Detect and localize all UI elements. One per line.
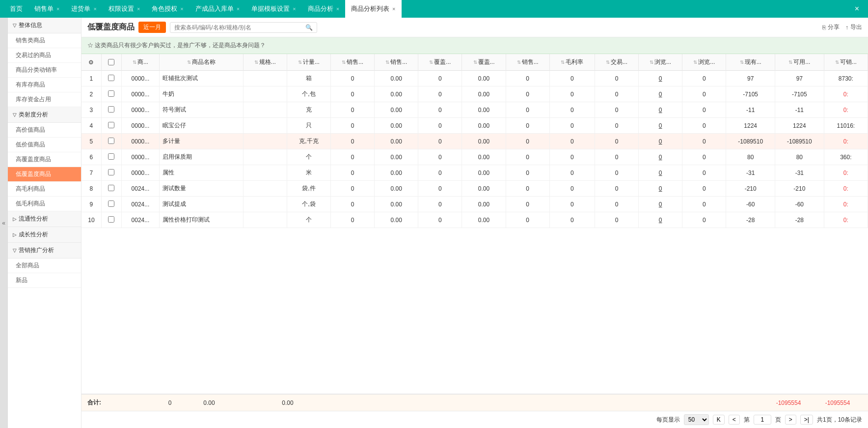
nav-template-settings[interactable]: 单据模板设置 × [245, 0, 301, 18]
sidebar-item-low-value[interactable]: 低价值商品 [8, 138, 81, 152]
th-browse2[interactable]: ⇅浏览... [682, 54, 726, 71]
cell-checkbox[interactable] [101, 102, 121, 118]
close-icon[interactable]: × [56, 6, 59, 12]
cell-checkbox[interactable] [101, 134, 121, 149]
row-checkbox[interactable] [108, 106, 114, 113]
sidebar-section-marketing[interactable]: ▽ 营销推广分析 [8, 243, 81, 258]
first-page-button[interactable]: K [713, 415, 725, 425]
sidebar-item-capital-occupation[interactable]: 库存资金占用 [8, 92, 81, 107]
close-icon[interactable]: × [336, 6, 339, 12]
nav-product-analysis[interactable]: 商品分析 × [302, 0, 345, 18]
cell-browse1[interactable]: 0 [639, 134, 682, 149]
nav-product-analysis-list[interactable]: 商品分析列表 × [345, 0, 401, 18]
th-saleable[interactable]: ⇅可销... [824, 54, 868, 71]
sidebar-item-traded-products[interactable]: 交易过的商品 [8, 48, 81, 63]
nav-purchase[interactable]: 进货单 × [65, 0, 102, 18]
sidebar-toggle-button[interactable]: « [0, 18, 8, 428]
th-cover1[interactable]: ⇅覆盖... [418, 54, 462, 71]
close-icon[interactable]: × [93, 6, 96, 12]
next-page-button[interactable]: > [785, 415, 796, 425]
sidebar-item-high-coverage[interactable]: 高覆盖度商品 [8, 152, 81, 167]
cell-browse1[interactable]: 0 [639, 102, 682, 118]
sidebar-item-new-products[interactable]: 新品 [8, 273, 81, 288]
cell-browse1[interactable]: 0 [639, 197, 682, 212]
close-icon[interactable]: × [237, 6, 240, 12]
row-checkbox[interactable] [108, 90, 114, 97]
th-checkbox[interactable] [101, 54, 121, 71]
cell-checkbox[interactable] [101, 71, 121, 86]
cell-browse1[interactable]: 0 [639, 149, 682, 165]
close-icon-active[interactable]: × [392, 6, 395, 12]
sidebar-section-quality[interactable]: ▽ 类射度分析 [8, 107, 81, 123]
sidebar-item-high-value[interactable]: 高价值商品 [8, 123, 81, 138]
table-wrapper[interactable]: ⚙ ⇅商... ⇅商品名称 ⇅规格... ⇅计量... ⇅销售... ⇅销售..… [81, 54, 868, 394]
th-sales-amt[interactable]: ⇅销售... [375, 54, 418, 71]
row-checkbox[interactable] [108, 138, 114, 144]
cell-checkbox[interactable] [101, 212, 121, 228]
cell-browse1[interactable]: 0 [639, 71, 682, 86]
th-unit[interactable]: ⇅计量... [287, 54, 330, 71]
sidebar-section-overall[interactable]: ▽ 整体信息 [8, 18, 81, 33]
sidebar-section-flow[interactable]: ▷ 流通性分析 [8, 211, 81, 227]
row-checkbox[interactable] [108, 153, 114, 160]
row-checkbox[interactable] [108, 216, 114, 223]
nav-home[interactable]: 首页 [4, 0, 28, 18]
cell-browse1[interactable]: 0 [639, 212, 682, 228]
row-checkbox[interactable] [108, 122, 114, 128]
close-all-button[interactable]: × [850, 4, 864, 13]
th-available-stock[interactable]: ⇅可用... [775, 54, 824, 71]
prev-page-button[interactable]: < [729, 415, 740, 425]
th-code[interactable]: ⇅商... [121, 54, 160, 71]
close-icon[interactable]: × [137, 6, 140, 12]
cell-checkbox[interactable] [101, 149, 121, 165]
share-button[interactable]: ⎘ 分享 [822, 23, 840, 31]
nav-roles[interactable]: 角色授权 × [146, 0, 189, 18]
close-icon[interactable]: × [180, 6, 183, 12]
th-sales-qty[interactable]: ⇅销售... [331, 54, 375, 71]
cell-checkbox[interactable] [101, 118, 121, 134]
cell-checkbox[interactable] [101, 165, 121, 181]
cell-cover1: 0 [418, 197, 462, 212]
th-margin[interactable]: ⇅毛利率 [549, 54, 595, 71]
cell-checkbox[interactable] [101, 86, 121, 102]
select-all-checkbox[interactable] [108, 59, 114, 65]
row-checkbox[interactable] [108, 75, 114, 81]
th-sales3[interactable]: ⇅销售... [506, 54, 549, 71]
row-checkbox[interactable] [108, 200, 114, 207]
sidebar-section-growth[interactable]: ▷ 成长性分析 [8, 227, 81, 243]
cell-browse2: 0 [682, 118, 726, 134]
sidebar-item-high-margin[interactable]: 高毛利商品 [8, 182, 81, 197]
row-checkbox[interactable] [108, 169, 114, 175]
sidebar-item-low-margin[interactable]: 低毛利商品 [8, 197, 81, 211]
sidebar-item-category-turnover[interactable]: 商品分类动销率 [8, 63, 81, 78]
page-size-select[interactable]: 10 20 50 100 [684, 414, 709, 425]
cell-browse1[interactable]: 0 [639, 165, 682, 181]
th-browse1[interactable]: ⇅浏览... [639, 54, 682, 71]
th-current-stock[interactable]: ⇅现有... [726, 54, 775, 71]
th-name[interactable]: ⇅商品名称 [160, 54, 243, 71]
th-cover2[interactable]: ⇅覆盖... [462, 54, 506, 71]
th-trade[interactable]: ⇅交易... [595, 54, 638, 71]
cell-browse1[interactable]: 0 [639, 118, 682, 134]
search-input[interactable] [174, 24, 305, 31]
row-checkbox[interactable] [108, 185, 114, 191]
nav-sales[interactable]: 销售单 × [28, 0, 65, 18]
cell-checkbox[interactable] [101, 197, 121, 212]
sidebar-item-low-coverage[interactable]: 低覆盖度商品 [8, 167, 81, 182]
th-spec[interactable]: ⇅规格... [243, 54, 287, 71]
page-number-input[interactable] [754, 415, 771, 425]
export-button[interactable]: ↑ 导出 [845, 23, 862, 31]
cell-saleable: 8730: [824, 71, 868, 86]
nav-product-inbound[interactable]: 产成品入库单 × [190, 0, 245, 18]
last-page-button[interactable]: >| [800, 415, 813, 425]
cell-checkbox[interactable] [101, 181, 121, 197]
sidebar-item-in-stock-products[interactable]: 有库存商品 [8, 78, 81, 92]
th-settings[interactable]: ⚙ [81, 54, 101, 71]
cell-browse1[interactable]: 0 [639, 86, 682, 102]
time-filter-button[interactable]: 近一月 [138, 22, 166, 33]
sidebar-item-sales-products[interactable]: 销售类商品 [8, 33, 81, 48]
nav-permissions[interactable]: 权限设置 × [103, 0, 146, 18]
cell-browse1[interactable]: 0 [639, 181, 682, 197]
close-icon[interactable]: × [293, 6, 296, 12]
sidebar-item-all-products[interactable]: 全部商品 [8, 258, 81, 273]
